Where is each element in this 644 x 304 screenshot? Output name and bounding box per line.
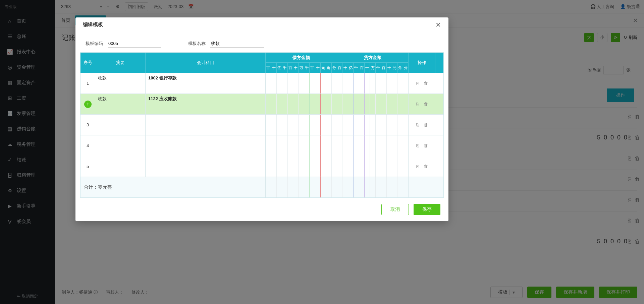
tpl-name-label: 模板名称	[188, 41, 206, 47]
unit-cell: 十	[365, 63, 370, 73]
unit-cell: 百	[288, 63, 293, 73]
table-row[interactable]: ＋收款1122 应收账款⎘🗑	[80, 94, 443, 114]
unit-cell: 万	[370, 63, 375, 73]
unit-cell: 元	[392, 63, 397, 73]
th-summary: 摘要	[95, 53, 146, 73]
copy-icon[interactable]: ⎘	[416, 143, 419, 148]
add-row-icon[interactable]: ＋	[84, 101, 92, 108]
delete-icon[interactable]: 🗑	[424, 81, 428, 86]
row-seq: 3	[80, 115, 95, 135]
modal-title: 编辑模板	[83, 21, 103, 28]
th-credit: 贷方金额 百十亿千百十万千百十元角分	[337, 53, 409, 73]
row-summary[interactable]: 收款	[95, 94, 146, 114]
unit-cell: 角	[397, 63, 403, 73]
row-summary[interactable]	[95, 135, 146, 156]
row-summary[interactable]: 收款	[95, 73, 146, 94]
unit-cell: 分	[403, 63, 408, 73]
tpl-code-label: 模板编码	[86, 41, 103, 47]
th-debit-label: 借方金额	[266, 53, 337, 63]
row-debit[interactable]	[266, 94, 337, 114]
th-account: 会计科目	[146, 53, 266, 73]
th-seq: 序号	[80, 53, 95, 73]
row-credit[interactable]	[337, 115, 409, 135]
unit-cell: 百	[381, 63, 386, 73]
th-ops: 操作	[409, 53, 435, 73]
copy-icon[interactable]: ⎘	[416, 81, 419, 86]
unit-cell: 十	[387, 63, 392, 73]
th-credit-label: 贷方金额	[337, 53, 408, 63]
delete-icon[interactable]: 🗑	[424, 102, 428, 107]
unit-cell: 亿	[277, 63, 282, 73]
cancel-button[interactable]: 取消	[381, 204, 409, 215]
unit-cell: 千	[304, 63, 310, 73]
unit-cell: 万	[299, 63, 304, 73]
row-credit[interactable]	[337, 94, 409, 114]
row-debit[interactable]	[266, 115, 337, 135]
unit-cell: 元	[321, 63, 326, 73]
modal-save-button[interactable]: 保存	[414, 204, 440, 215]
row-account[interactable]	[146, 156, 266, 177]
row-seq: 1	[80, 73, 95, 94]
row-account[interactable]: 1002 银行存款	[146, 73, 266, 94]
unit-cell: 十	[271, 63, 276, 73]
unit-cell: 角	[326, 63, 331, 73]
row-summary[interactable]	[95, 115, 146, 135]
delete-icon[interactable]: 🗑	[424, 122, 428, 127]
unit-cell: 百	[337, 63, 342, 73]
total-row: 合计：零元整	[80, 177, 443, 197]
table-row[interactable]: 5⎘🗑	[80, 156, 443, 177]
row-credit[interactable]	[337, 135, 409, 156]
unit-cell: 千	[376, 63, 381, 73]
row-account[interactable]	[146, 115, 266, 135]
unit-cell: 千	[354, 63, 359, 73]
unit-cell: 十	[293, 63, 299, 73]
unit-cell: 亿	[348, 63, 354, 73]
close-icon[interactable]: ✕	[435, 21, 441, 29]
row-seq: ＋	[80, 94, 95, 114]
row-credit[interactable]	[337, 156, 409, 177]
edit-template-modal: 编辑模板 ✕ 模板编码 模板名称 序号 摘要 会计科目 借方金额 百十亿千百十万…	[75, 17, 448, 221]
row-seq: 4	[80, 135, 95, 156]
th-debit: 借方金额 百十亿千百十万千百十元角分	[266, 53, 337, 73]
table-row[interactable]: 4⎘🗑	[80, 135, 443, 156]
unit-cell: 分	[332, 63, 337, 73]
row-debit[interactable]	[266, 156, 337, 177]
row-debit[interactable]	[266, 135, 337, 156]
row-account[interactable]	[146, 135, 266, 156]
row-summary[interactable]	[95, 156, 146, 177]
copy-icon[interactable]: ⎘	[416, 164, 419, 169]
copy-icon[interactable]: ⎘	[416, 102, 419, 107]
table-row[interactable]: 3⎘🗑	[80, 114, 443, 135]
unit-cell: 百	[310, 63, 315, 73]
tpl-code-input[interactable]	[108, 40, 161, 48]
unit-cell: 十	[315, 63, 321, 73]
table-header: 序号 摘要 会计科目 借方金额 百十亿千百十万千百十元角分 贷方金额 百十亿千百…	[80, 53, 443, 73]
row-account[interactable]: 1122 应收账款	[146, 94, 266, 114]
delete-icon[interactable]: 🗑	[424, 143, 428, 148]
delete-icon[interactable]: 🗑	[424, 164, 428, 169]
unit-cell: 十	[342, 63, 348, 73]
template-table: 序号 摘要 会计科目 借方金额 百十亿千百十万千百十元角分 贷方金额 百十亿千百…	[80, 52, 444, 198]
tpl-name-input[interactable]	[210, 40, 264, 48]
row-credit[interactable]	[337, 73, 409, 94]
row-seq: 5	[80, 156, 95, 177]
table-row[interactable]: 1收款1002 银行存款⎘🗑	[80, 73, 443, 94]
copy-icon[interactable]: ⎘	[416, 122, 419, 127]
total-label: 合计：零元整	[80, 177, 266, 197]
unit-cell: 百	[359, 63, 365, 73]
unit-cell: 千	[282, 63, 287, 73]
unit-cell: 百	[266, 63, 271, 73]
row-debit[interactable]	[266, 73, 337, 94]
